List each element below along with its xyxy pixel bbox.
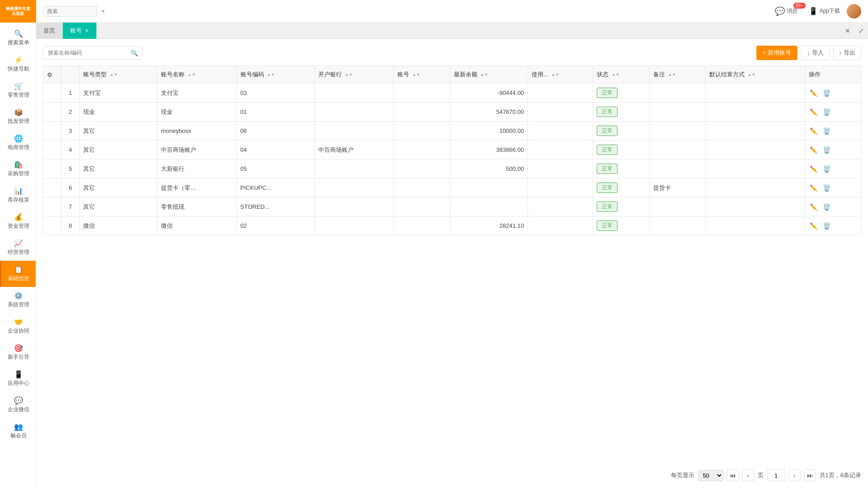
window-controls: ✕ ⤢ — [841, 23, 868, 39]
row-balance: 500.00 — [450, 160, 528, 178]
sidebar-item-inventory[interactable]: 📊 库存核算 — [0, 182, 36, 208]
delete-button[interactable]: 🗑️ — [822, 89, 831, 97]
th-account-name[interactable]: 账号名称 ▲▼ — [157, 66, 236, 84]
window-close-icon[interactable]: ✕ — [841, 23, 854, 39]
sidebar-item-quick-nav[interactable]: ⚡ 快捷导航 — [0, 51, 36, 77]
sidebar-item-app-center[interactable]: 📱 应用中心 — [0, 366, 36, 392]
th-usage[interactable]: 使用... ▲▼ — [528, 66, 593, 84]
row-account — [394, 141, 450, 160]
edit-button[interactable]: ✏️ — [809, 146, 818, 154]
delete-button[interactable]: 🗑️ — [822, 165, 831, 173]
sidebar-item-purchase-mgmt[interactable]: 🛍️ 采购管理 — [0, 156, 36, 182]
row-account-name: 现金 — [157, 103, 236, 122]
page-number-input[interactable] — [767, 469, 785, 481]
status-badge: 正常 — [597, 107, 618, 117]
new-guide-icon: 🎯 — [14, 344, 23, 352]
search-menu-icon: 🔍 — [14, 29, 23, 38]
row-notes — [649, 141, 705, 160]
th-notes[interactable]: 备注 ▲▼ — [649, 66, 705, 84]
sidebar-item-sys-mgmt[interactable]: ⚙️ 系统管理 — [0, 287, 36, 313]
th-bank[interactable]: 开户银行 ▲▼ — [314, 66, 393, 84]
row-actions: ✏️ 🗑️ — [805, 103, 861, 122]
gear-icon[interactable]: ⚙ — [47, 71, 52, 78]
sort-icon: ▲▼ — [267, 73, 275, 77]
th-account[interactable]: 账号 ▲▼ — [394, 66, 450, 84]
sidebar-item-biz-agreement[interactable]: 🤝 企业协同 — [0, 313, 36, 339]
row-account-type: 其它 — [80, 160, 157, 178]
row-account — [394, 122, 450, 141]
export-button[interactable]: ↑ 导出 — [833, 46, 862, 60]
th-account-code[interactable]: 账号编码 ▲▼ — [236, 66, 314, 84]
row-actions: ✏️ 🗑️ — [805, 84, 861, 103]
per-page-select[interactable]: 50 100 200 — [698, 470, 723, 481]
row-balance: 10000.00 — [450, 122, 528, 141]
row-account-code: 04 — [236, 141, 314, 160]
next-page-button[interactable]: › — [789, 469, 801, 481]
sidebar-item-ecommerce-mgmt[interactable]: 🌐 电商管理 — [0, 130, 36, 156]
import-label: 导入 — [812, 49, 824, 57]
import-button[interactable]: ↓ 导入 — [801, 46, 830, 60]
row-account — [394, 178, 450, 197]
user-avatar[interactable] — [847, 4, 861, 19]
edit-button[interactable]: ✏️ — [809, 222, 818, 230]
wholesale-icon: 📦 — [14, 108, 23, 117]
row-notes — [649, 216, 705, 235]
delete-button[interactable]: 🗑️ — [822, 127, 831, 135]
member-icon: 👥 — [14, 422, 23, 431]
export-icon: ↑ — [839, 50, 842, 56]
message-label: 消息 — [787, 7, 797, 15]
row-status: 正常 — [593, 103, 649, 122]
row-account — [394, 197, 450, 216]
th-balance[interactable]: 最新余额 ▲▼ — [450, 66, 528, 84]
sort-icon: ▲▼ — [748, 73, 756, 77]
row-balance: 547670.00 — [450, 103, 528, 122]
row-notes — [649, 197, 705, 216]
th-default-settle[interactable]: 默认结算方式 ▲▼ — [706, 66, 805, 84]
sidebar-item-search-menu[interactable]: 🔍 搜索菜单 — [0, 25, 36, 51]
prev-page-button[interactable]: ‹ — [742, 469, 754, 481]
edit-button[interactable]: ✏️ — [809, 184, 818, 192]
th-status[interactable]: 状态 ▲▼ — [593, 66, 649, 84]
last-page-button[interactable]: ⏭ — [804, 469, 816, 481]
delete-button[interactable]: 🗑️ — [822, 108, 831, 116]
row-bank — [314, 178, 393, 197]
th-actions: 操作 — [805, 66, 861, 84]
delete-button[interactable]: 🗑️ — [822, 222, 831, 230]
th-account-type[interactable]: 账号类型 ▲▼ — [80, 66, 157, 84]
row-actions: ✏️ 🗑️ — [805, 141, 861, 160]
edit-button[interactable]: ✏️ — [809, 165, 818, 173]
tab-close-icon[interactable]: ✕ — [85, 28, 89, 34]
message-button[interactable]: 💬 99+ 消息 — [770, 6, 802, 16]
sidebar-item-wholesale-mgmt[interactable]: 📦 批发管理 — [0, 103, 36, 130]
delete-button[interactable]: 🗑️ — [822, 184, 831, 192]
ops-icon: 📈 — [14, 239, 23, 248]
edit-button[interactable]: ✏️ — [809, 108, 818, 116]
sidebar-item-member[interactable]: 👥 畅会员 — [0, 418, 36, 444]
row-balance: -90444.00 — [450, 84, 528, 103]
tab-home[interactable]: 首页 — [36, 23, 63, 39]
topbar-dropdown-icon[interactable]: ▾ — [102, 8, 105, 14]
sidebar-item-capital-mgmt[interactable]: 💰 资金管理 — [0, 208, 36, 235]
sidebar-item-label: 电商管理 — [8, 144, 29, 151]
edit-button[interactable]: ✏️ — [809, 127, 818, 135]
sidebar-item-ops-mgmt[interactable]: 📈 经营管理 — [0, 235, 36, 261]
window-maximize-icon[interactable]: ⤢ — [854, 23, 868, 39]
sidebar-item-retail-mgmt[interactable]: 🛒 零售管理 — [0, 77, 36, 103]
status-badge: 正常 — [597, 126, 618, 136]
sidebar-item-basic-info[interactable]: 📋 基础信息 — [0, 261, 36, 287]
delete-button[interactable]: 🗑️ — [822, 146, 831, 154]
row-account-code: 02 — [236, 216, 314, 235]
edit-button[interactable]: ✏️ — [809, 89, 818, 97]
app-download-button[interactable]: 📱 App下载 — [809, 7, 840, 15]
sidebar-item-new-guide[interactable]: 🎯 新手引导 — [0, 339, 36, 366]
topbar-search-input[interactable] — [43, 6, 97, 17]
search-button[interactable]: 🔍 — [127, 47, 142, 59]
search-input[interactable] — [43, 47, 127, 59]
edit-button[interactable]: ✏️ — [809, 203, 818, 211]
sidebar-item-biz-wechat[interactable]: 💬 企业微信 — [0, 392, 36, 418]
add-account-button[interactable]: + 新增账号 — [756, 46, 797, 60]
delete-button[interactable]: 🗑️ — [822, 203, 831, 211]
sidebar-item-label: 经营管理 — [8, 249, 29, 256]
tab-account[interactable]: 账号 ✕ — [63, 23, 97, 39]
first-page-button[interactable]: ⏮ — [727, 469, 739, 481]
